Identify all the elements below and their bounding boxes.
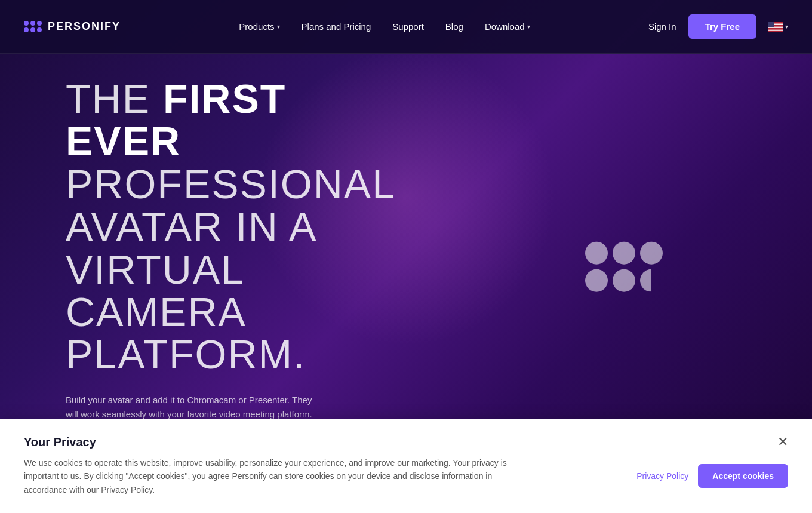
- chevron-down-icon: ▾: [527, 23, 530, 30]
- cookie-message: We use cookies to operate this website, …: [24, 456, 513, 496]
- nav-right: Sign In Try Free ▾: [648, 14, 788, 39]
- nav-link-download[interactable]: Download ▾: [485, 21, 530, 32]
- nav-item-blog[interactable]: Blog: [445, 21, 463, 32]
- logo[interactable]: PERSONIFY: [24, 20, 121, 33]
- navbar: PERSONIFY Products ▾ Plans and Pricing S…: [0, 0, 812, 54]
- nav-item-download[interactable]: Download ▾: [485, 21, 530, 32]
- privacy-policy-link[interactable]: Privacy Policy: [636, 471, 688, 481]
- try-free-button[interactable]: Try Free: [688, 14, 756, 39]
- nav-item-support[interactable]: Support: [392, 21, 424, 32]
- chevron-down-icon: ▾: [277, 23, 280, 30]
- logo-text: PERSONIFY: [48, 20, 121, 33]
- nav-link-products[interactable]: Products ▾: [239, 21, 279, 32]
- flag-chevron-icon: ▾: [785, 23, 788, 30]
- cookie-banner: Your Privacy ✕ We use cookies to operate…: [0, 419, 812, 513]
- cookie-body: We use cookies to operate this website, …: [24, 456, 788, 496]
- svg-rect-6: [768, 30, 783, 30]
- cookie-banner-header: Your Privacy ✕: [24, 435, 788, 449]
- hero-subtitle: Build your avatar and add it to Chromaca…: [66, 393, 322, 422]
- nav-link-blog[interactable]: Blog: [445, 21, 463, 32]
- logo-icon: [24, 21, 42, 32]
- hero-logo-mark: [585, 241, 663, 291]
- nav-link-support[interactable]: Support: [392, 21, 424, 32]
- us-flag-icon: [768, 22, 783, 32]
- hero-logo-dots: [585, 241, 663, 291]
- svg-rect-4: [768, 27, 783, 27]
- nav-item-plans[interactable]: Plans and Pricing: [302, 21, 371, 32]
- nav-link-plans[interactable]: Plans and Pricing: [302, 21, 371, 32]
- sign-in-link[interactable]: Sign In: [648, 21, 676, 32]
- accept-cookies-button[interactable]: Accept cookies: [698, 464, 788, 488]
- nav-links: Products ▾ Plans and Pricing Support Blo…: [239, 21, 530, 32]
- cookie-actions: Privacy Policy Accept cookies: [636, 464, 788, 488]
- language-selector[interactable]: ▾: [768, 22, 788, 32]
- nav-item-products[interactable]: Products ▾: [239, 21, 279, 32]
- svg-rect-7: [768, 22, 774, 27]
- svg-rect-5: [768, 29, 783, 29]
- cookie-close-button[interactable]: ✕: [777, 435, 788, 449]
- cookie-title: Your Privacy: [24, 435, 96, 449]
- hero-title: THE FIRST EVER PROFESSIONAL AVATAR IN A …: [66, 78, 412, 376]
